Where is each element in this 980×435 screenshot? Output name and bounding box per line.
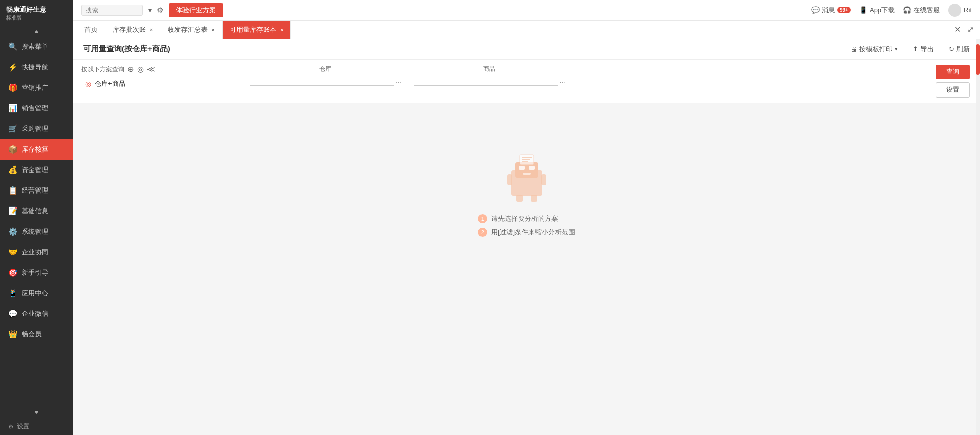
- sidebar-item-basic[interactable]: 📝 基础信息: [0, 201, 73, 221]
- tab-home[interactable]: 首页: [77, 21, 105, 39]
- gear-btn[interactable]: ⚙: [157, 6, 163, 15]
- user-name: Rit: [964, 6, 972, 14]
- tab-batch-account[interactable]: 库存批次账 ×: [105, 21, 160, 39]
- close-all-btn[interactable]: ✕: [952, 23, 963, 36]
- svg-rect-8: [531, 195, 537, 202]
- finance-icon: 💰: [8, 165, 17, 175]
- tab-available-qty[interactable]: 可用量库存账本 ×: [223, 21, 291, 39]
- sidebar-scroll-down[interactable]: ▼: [0, 407, 73, 418]
- tab-available-close[interactable]: ×: [279, 27, 283, 33]
- svg-rect-2: [519, 166, 525, 170]
- sidebar-item-newbie[interactable]: 🎯 新手引导: [0, 262, 73, 283]
- wechat-icon: 💬: [8, 309, 17, 318]
- search-icon: 🔍: [8, 42, 17, 51]
- print-icon: 🖨: [850, 45, 857, 53]
- empty-state: 1 请先选择要分析的方案 2 用[过滤]条件来缩小分析范围: [73, 103, 980, 278]
- app-icon: 📱: [8, 289, 17, 298]
- sidebar-item-inventory[interactable]: 📦 库存核算: [0, 139, 73, 160]
- sidebar-item-finance[interactable]: 💰 资金管理: [0, 160, 73, 180]
- trial-button[interactable]: 体验行业方案: [169, 3, 223, 17]
- right-scrollbar[interactable]: [976, 39, 980, 435]
- sidebar-item-wechat[interactable]: 💬 企业微信: [0, 304, 73, 324]
- tabs-bar: 首页 库存批次账 × 收发存汇总表 × 可用量库存账本 × ✕ ⤢: [73, 21, 980, 39]
- system-icon: ⚙️: [8, 227, 17, 236]
- page-content: 可用量查询(按仓库+商品) 🖨 按模板打印 ▾ ⬆ 导出 ↻ 刷新: [73, 39, 980, 435]
- product-input[interactable]: [414, 74, 558, 86]
- sidebar-item-search[interactable]: 🔍 搜索菜单: [0, 36, 73, 57]
- cart-icon: 🛒: [8, 124, 17, 134]
- filter-label: 按以下方案查询 ⊕ ◎ ≪: [81, 65, 246, 74]
- sidebar-item-operations[interactable]: 📋 经营管理: [0, 180, 73, 201]
- warehouse-input[interactable]: [250, 74, 394, 86]
- sidebar-item-marketing[interactable]: 🎁 营销推广: [0, 78, 73, 98]
- filter-collapse-button[interactable]: ≪: [147, 65, 155, 74]
- warehouse-input-container: ...: [250, 74, 401, 86]
- query-button[interactable]: 查询: [936, 65, 970, 79]
- tab-batch-close[interactable]: ×: [149, 27, 153, 33]
- scheme-icon: ◎: [85, 80, 91, 88]
- product-more-btn[interactable]: ...: [560, 77, 565, 84]
- sidebar-item-member[interactable]: 👑 畅会员: [0, 324, 73, 345]
- filter-settings-button[interactable]: ◎: [137, 65, 144, 74]
- refresh-button[interactable]: ↻ 刷新: [949, 45, 970, 54]
- sales-icon: 📊: [8, 104, 17, 113]
- svg-rect-4: [523, 173, 531, 175]
- tip-text-1: 请先选择要分析的方案: [491, 214, 558, 223]
- empty-illustration: [496, 144, 558, 206]
- message-icon: 💬: [811, 6, 820, 14]
- app-download-action[interactable]: 📱 App下载: [859, 6, 895, 15]
- sidebar: 畅康通好生意 标准版 ▲ 🔍 搜索菜单 ⚡ 快捷导航 🎁 营销推广 📊 销售管理…: [0, 0, 73, 435]
- dropdown-btn[interactable]: ▾: [148, 6, 152, 14]
- sidebar-item-shortcut[interactable]: ⚡ 快捷导航: [0, 57, 73, 78]
- product-label: 商品: [414, 65, 565, 73]
- empty-tip-1: 1 请先选择要分析的方案: [478, 214, 575, 223]
- user-area[interactable]: Rit: [948, 4, 972, 17]
- warehouse-more-btn[interactable]: ...: [396, 77, 401, 84]
- filter-add-button[interactable]: ⊕: [127, 65, 134, 74]
- print-dropdown-arrow: ▾: [895, 46, 898, 52]
- scrollbar-thumb: [976, 44, 980, 75]
- app-version: 标准版: [6, 14, 67, 22]
- page-actions: 🖨 按模板打印 ▾ ⬆ 导出 ↻ 刷新: [850, 45, 970, 54]
- search-input[interactable]: [81, 5, 143, 16]
- online-service-action[interactable]: 🎧 在线客服: [903, 6, 940, 15]
- scheme-warehouse-product[interactable]: ◎ 仓库+商品: [81, 77, 246, 90]
- sidebar-item-label: 库存核算: [22, 145, 48, 154]
- basic-icon: 📝: [8, 206, 17, 216]
- tab-summary[interactable]: 收发存汇总表 ×: [160, 21, 222, 39]
- message-badge[interactable]: 💬 消息 99+: [811, 6, 851, 15]
- member-icon: 👑: [8, 330, 17, 339]
- gift-icon: 🎁: [8, 83, 17, 92]
- tip-text-2: 用[过滤]条件来缩小分析范围: [491, 228, 575, 237]
- sidebar-item-purchase[interactable]: 🛒 采购管理: [0, 119, 73, 139]
- sidebar-scroll-up[interactable]: ▲: [0, 26, 73, 36]
- sidebar-item-label: 经营管理: [22, 186, 48, 195]
- export-button[interactable]: ⬆ 导出: [913, 45, 934, 54]
- message-label: 消息: [822, 6, 835, 15]
- tab-summary-close[interactable]: ×: [210, 27, 214, 33]
- sidebar-item-appstore[interactable]: 📱 应用中心: [0, 283, 73, 304]
- service-icon: 🎧: [903, 6, 911, 14]
- app-logo: 畅康通好生意 标准版: [0, 0, 73, 26]
- sidebar-item-system[interactable]: ⚙️ 系统管理: [0, 221, 73, 242]
- print-button[interactable]: 🖨 按模板打印 ▾: [850, 45, 898, 54]
- sidebar-item-label: 采购管理: [22, 124, 48, 134]
- sidebar-item-label: 应用中心: [22, 289, 48, 298]
- sidebar-item-enterprise[interactable]: 🤝 企业协同: [0, 242, 73, 262]
- filter-panel: 按以下方案查询 ⊕ ◎ ≪ ◎ 仓库+商品 仓库 ...: [73, 60, 980, 103]
- sidebar-item-sales[interactable]: 📊 销售管理: [0, 98, 73, 119]
- header-left: ▾ ⚙ 体验行业方案: [81, 3, 223, 17]
- page-header: 可用量查询(按仓库+商品) 🖨 按模板打印 ▾ ⬆ 导出 ↻ 刷新: [73, 39, 980, 60]
- sidebar-item-label: 资金管理: [22, 165, 48, 175]
- refresh-icon: ↻: [949, 45, 954, 53]
- app-download-label: App下载: [870, 6, 895, 15]
- export-icon: ⬆: [913, 45, 918, 53]
- sidebar-settings[interactable]: ⚙ 设置: [0, 418, 73, 435]
- svg-rect-5: [507, 174, 512, 185]
- settings-button[interactable]: 设置: [936, 82, 970, 98]
- warehouse-label: 仓库: [250, 65, 401, 73]
- filter-fields: 仓库 ... 商品 ...: [250, 65, 932, 86]
- empty-tip-2: 2 用[过滤]条件来缩小分析范围: [478, 228, 575, 237]
- svg-rect-6: [541, 174, 546, 185]
- maximize-btn[interactable]: ⤢: [965, 23, 976, 36]
